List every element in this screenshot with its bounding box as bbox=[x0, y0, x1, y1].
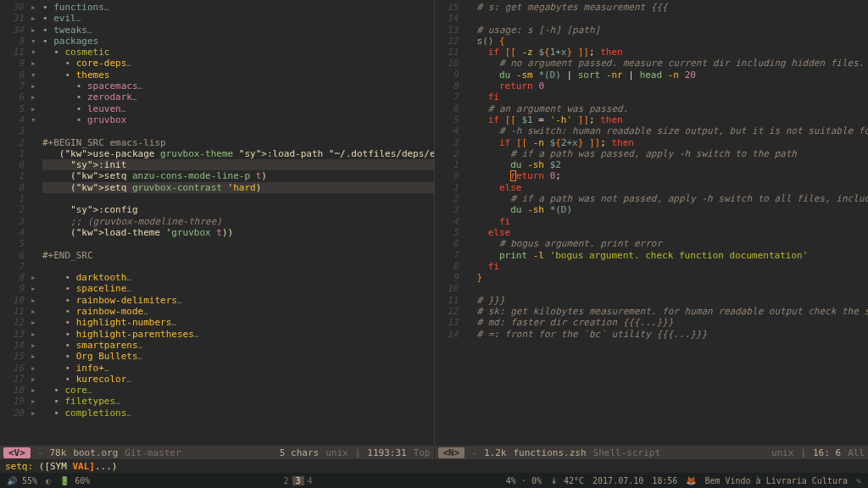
encoding: unix bbox=[771, 447, 794, 458]
code-line[interactable]: 7▸ • spacemacs… bbox=[0, 80, 434, 92]
code-line[interactable]: 10 bbox=[435, 283, 869, 294]
code-line[interactable]: 2#+BEGIN_SRC emacs-lisp bbox=[0, 137, 434, 148]
code-line[interactable]: 19▸ • filetypes… bbox=[0, 396, 434, 407]
buffer-name: functions.zsh bbox=[514, 447, 587, 458]
code-line[interactable]: 13▸ • highlight-parentheses… bbox=[0, 329, 434, 340]
code-line[interactable]: 31▸• evil… bbox=[0, 13, 434, 24]
vc-branch: Git-master bbox=[125, 447, 181, 458]
code-line[interactable]: 2 "sy">:config bbox=[0, 204, 434, 215]
code-line[interactable]: 7 fi bbox=[435, 92, 869, 103]
volume[interactable]: 🔊 55% bbox=[7, 476, 37, 485]
code-line[interactable]: 0 return 0; bbox=[435, 170, 869, 181]
code-line[interactable]: 7 bbox=[0, 261, 434, 272]
code-line[interactable]: 13# md: faster dir creation {{{...}}} bbox=[435, 317, 869, 328]
code-line[interactable]: 5▸ • leuven… bbox=[0, 103, 434, 114]
code-line[interactable]: 6 # bogus argument. print error bbox=[435, 238, 869, 249]
code-line[interactable]: 8 return 0 bbox=[435, 80, 869, 92]
code-line[interactable]: 6▸ • zerodark… bbox=[0, 92, 434, 103]
code-line[interactable]: 0 ("kw">setq gruvbox-contrast 'hard) bbox=[0, 182, 434, 193]
code-line[interactable]: 3 du -sh *(D) bbox=[435, 204, 869, 215]
code-line[interactable]: 2 # if a path was not passed, apply -h s… bbox=[435, 193, 869, 204]
code-line[interactable]: 14# =: front for the `bc` utility {{{...… bbox=[435, 329, 869, 340]
workspace-switcher[interactable]: 234 bbox=[281, 476, 316, 485]
temperature: 🌡 42°C bbox=[550, 476, 584, 485]
code-line[interactable]: 8▸ • darktooth… bbox=[0, 272, 434, 283]
code-line[interactable]: 4▾ • gruvbox bbox=[0, 114, 434, 125]
code-line[interactable]: 14▸ • smartparens… bbox=[0, 340, 434, 351]
code-line[interactable]: 12s() { bbox=[435, 36, 869, 47]
code-line[interactable]: 11▾ • cosmetic bbox=[0, 47, 434, 58]
workspace-4[interactable]: 4 bbox=[304, 476, 316, 485]
net-speed: 4% · 0% bbox=[506, 476, 542, 485]
buffer-size: 78k bbox=[50, 447, 67, 458]
code-line[interactable]: 10 # no argument passed. measure current… bbox=[435, 58, 869, 69]
code-line[interactable]: 4 fi bbox=[435, 216, 869, 227]
right-pane[interactable]: 15# s: get megabytes measurement {{{1413… bbox=[434, 0, 869, 446]
cursor-pos: 16: 6 bbox=[813, 447, 841, 458]
code-line[interactable]: 30▸• functions… bbox=[0, 2, 434, 13]
modeline-right[interactable]: <N> - 1.2k functions.zsh Shell-script un… bbox=[434, 446, 869, 459]
code-line[interactable]: 1 ("kw">use-package gruvbox-theme "sy">:… bbox=[0, 148, 434, 159]
code-line[interactable]: 3 if [[ -n ${2+x} ]]; then bbox=[435, 137, 869, 148]
edit-icon[interactable]: ✎ bbox=[856, 476, 861, 485]
left-pane[interactable]: 30▸• functions…31▸• evil…34▸• tweaks…9▾•… bbox=[0, 0, 434, 446]
eldoc-fn: setq: bbox=[5, 461, 33, 472]
code-line[interactable]: 11# }}} bbox=[435, 295, 869, 306]
code-line[interactable]: 7 print -l 'bogus argument. check functi… bbox=[435, 250, 869, 261]
code-line[interactable]: 9 du -sm *(D) | sort -nr | head -n 20 bbox=[435, 69, 869, 80]
code-line[interactable]: 4 ("kw">load-theme 'gruvbox t)) bbox=[0, 227, 434, 238]
code-line[interactable]: 20▸ • completions… bbox=[0, 408, 434, 419]
code-line[interactable]: 5 bbox=[0, 238, 434, 249]
code-line[interactable]: 13# usage: s [-h] [path] bbox=[435, 25, 869, 36]
code-line[interactable]: 12▸ • highlight-numbers… bbox=[0, 317, 434, 328]
code-line[interactable]: 1 bbox=[0, 193, 434, 204]
right-buffer[interactable]: 15# s: get megabytes measurement {{{1413… bbox=[435, 0, 869, 446]
code-line[interactable]: 0 "sy">:init bbox=[0, 159, 434, 170]
code-line[interactable]: 6#+END_SRC bbox=[0, 250, 434, 261]
code-line[interactable]: 18▸ • core… bbox=[0, 385, 434, 396]
time: 18:56 bbox=[652, 476, 677, 485]
code-line[interactable]: 16▸ • info+… bbox=[0, 363, 434, 374]
battery[interactable]: 🔋 60% bbox=[59, 476, 90, 485]
temp-icon: 🌡 bbox=[550, 476, 559, 485]
modeline-left[interactable]: <V> - 78k boot.org Git-master 5 chars un… bbox=[0, 446, 434, 459]
code-line[interactable]: 3 ;; (gruvbox-modeline-three) bbox=[0, 216, 434, 227]
brightness-icon[interactable]: ◐ bbox=[46, 476, 51, 485]
code-line[interactable]: 9} bbox=[435, 272, 869, 283]
modelines: <V> - 78k boot.org Git-master 5 chars un… bbox=[0, 446, 868, 459]
volume-icon: 🔊 bbox=[7, 476, 17, 485]
code-line[interactable]: 11▸ • rainbow-mode… bbox=[0, 306, 434, 317]
code-line[interactable]: 15▸ • Org Bullets… bbox=[0, 351, 434, 362]
code-line[interactable]: 1 else bbox=[435, 182, 869, 193]
workspace-3[interactable]: 3 bbox=[292, 476, 304, 485]
code-line[interactable]: 2 # if a path was passed, apply -h switc… bbox=[435, 148, 869, 159]
code-line[interactable]: 5 if [[ $1 = '-h' ]]; then bbox=[435, 114, 869, 125]
code-line[interactable]: 11 if [[ -z ${1+x} ]]; then bbox=[435, 47, 869, 58]
code-line[interactable]: 6 # an argument was passed. bbox=[435, 103, 869, 114]
code-line[interactable]: 17▸ • kurecolor… bbox=[0, 374, 434, 385]
code-line[interactable]: 8 fi bbox=[435, 261, 869, 272]
code-line[interactable]: 1 du -sh $2 bbox=[435, 159, 869, 170]
code-line[interactable]: 12# sk: get kilobytes measurement. for h… bbox=[435, 306, 869, 317]
code-line[interactable]: 9▸ • spaceline… bbox=[0, 283, 434, 294]
cursor-pos: 1193:31 bbox=[367, 447, 406, 458]
code-line[interactable]: 14 bbox=[435, 13, 869, 24]
battery-icon: 🔋 bbox=[59, 476, 70, 485]
left-buffer[interactable]: 30▸• functions…31▸• evil…34▸• tweaks…9▾•… bbox=[0, 0, 434, 446]
workspace-2[interactable]: 2 bbox=[281, 476, 292, 485]
code-line[interactable]: 9▾• packages bbox=[0, 36, 434, 47]
code-line[interactable]: 34▸• tweaks… bbox=[0, 25, 434, 36]
code-line[interactable]: 8▾ • themes bbox=[0, 69, 434, 80]
major-mode: Shell-script bbox=[593, 447, 660, 458]
modified-flag: - bbox=[37, 447, 43, 458]
buffer-name: boot.org bbox=[73, 447, 118, 458]
code-line[interactable]: 9▸ • core-deps… bbox=[0, 58, 434, 69]
window-title[interactable]: Bem Vindo à Livraria Cultura bbox=[704, 476, 848, 485]
code-line[interactable]: 15# s: get megabytes measurement {{{ bbox=[435, 2, 869, 13]
os-bar: 🔊 55% ◐ 🔋 60% 234 4% · 0% 🌡 42°C 2017.07… bbox=[0, 473, 868, 488]
code-line[interactable]: 10▸ • rainbow-delimiters… bbox=[0, 295, 434, 306]
code-line[interactable]: 4 # -h switch: human readable size outpu… bbox=[435, 125, 869, 136]
code-line[interactable]: 5 else bbox=[435, 227, 869, 238]
code-line[interactable]: 1 ("kw">setq anzu-cons-mode-line-p t) bbox=[0, 170, 434, 181]
code-line[interactable]: 3 bbox=[0, 125, 434, 136]
